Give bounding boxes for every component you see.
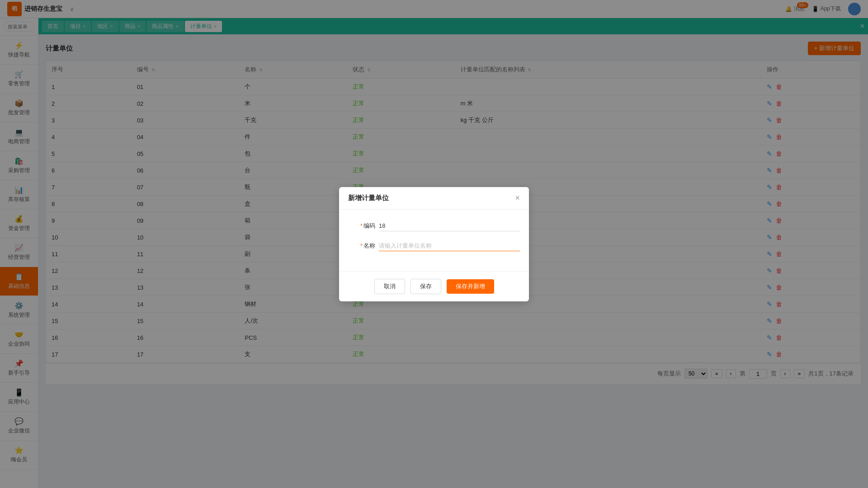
cancel-button[interactable]: 取消 — [374, 279, 405, 294]
modal-body: *编码 *名称 — [339, 210, 529, 271]
save-button[interactable]: 保存 — [410, 279, 441, 294]
code-input[interactable] — [379, 221, 520, 231]
modal-header: 新增计量单位 × — [339, 187, 529, 210]
code-form-row: *编码 — [348, 221, 520, 231]
name-form-row: *名称 — [348, 240, 520, 251]
name-input[interactable] — [379, 240, 520, 251]
name-label: *名称 — [348, 242, 375, 250]
add-unit-modal: 新增计量单位 × *编码 *名称 取消 保存 保存并新增 — [339, 187, 529, 301]
code-label: *编码 — [348, 222, 375, 230]
modal-title: 新增计量单位 — [348, 194, 389, 202]
save-and-new-button[interactable]: 保存并新增 — [447, 279, 494, 294]
code-required-mark: * — [360, 222, 363, 229]
name-required-mark: * — [360, 242, 363, 249]
modal-footer: 取消 保存 保存并新增 — [339, 271, 529, 301]
modal-overlay: 新增计量单位 × *编码 *名称 取消 保存 保存并新增 — [0, 0, 868, 488]
modal-close-btn[interactable]: × — [515, 193, 520, 203]
